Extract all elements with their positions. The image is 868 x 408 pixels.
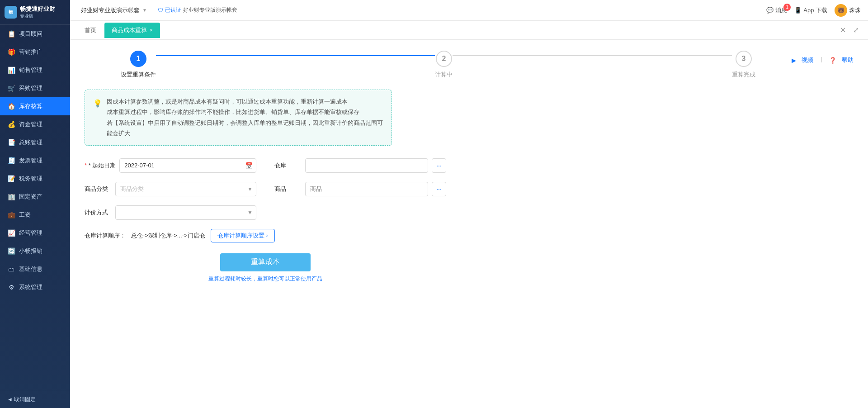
sidebar-item-marketing[interactable]: 🎁 营销推广 bbox=[0, 43, 70, 61]
warehouse-field: 仓库 ··· bbox=[274, 158, 446, 173]
sidebar-item-payroll[interactable]: 💼 工资 bbox=[0, 206, 70, 224]
user-profile[interactable]: 🐻 珠珠 bbox=[835, 4, 861, 17]
step-1: 1 设置重算条件 bbox=[121, 51, 156, 79]
product-dots-button[interactable]: ··· bbox=[432, 182, 446, 196]
sales-icon: 📊 bbox=[7, 66, 15, 74]
step-2: 2 计算中 bbox=[435, 51, 453, 79]
tab-cost-recalc[interactable]: 商品成本重算 × bbox=[104, 23, 160, 38]
accounting-icon: 📑 bbox=[7, 138, 15, 147]
sidebar-item-assets[interactable]: 🏢 固定资产 bbox=[0, 188, 70, 206]
product-input[interactable] bbox=[305, 182, 428, 196]
app-download-button[interactable]: 📱 App 下载 bbox=[794, 6, 827, 14]
warehouse-input[interactable] bbox=[305, 158, 428, 173]
step-connector-2-3 bbox=[453, 55, 731, 56]
invoice-icon: 🧾 bbox=[7, 157, 15, 165]
system-icon: ⚙ bbox=[7, 283, 15, 291]
sidebar-item-base[interactable]: 🗃 基础信息 bbox=[0, 260, 70, 278]
phone-icon: 📱 bbox=[794, 7, 802, 14]
calc-section: 重算成本 重算过程耗时较长，重算时您可以正常使用产品 bbox=[85, 253, 446, 283]
sidebar-item-inventory[interactable]: 🏠 库存核算 bbox=[0, 97, 70, 115]
tax-icon: 📝 bbox=[7, 175, 15, 183]
product-label: 商品 bbox=[274, 185, 302, 193]
divider: | bbox=[821, 56, 822, 62]
message-icon: 💬 bbox=[766, 7, 774, 14]
warehouse-order-settings-button[interactable]: 仓库计算顺序设置 › bbox=[211, 229, 275, 242]
warehouse-order-label: 仓库计算顺序： bbox=[85, 232, 126, 240]
messages-badge: 1 bbox=[783, 4, 791, 11]
step-2-label: 计算中 bbox=[435, 71, 453, 79]
warehouse-order-row: 仓库计算顺序： 总仓->深圳仓库->...->门店仓 仓库计算顺序设置 › bbox=[85, 229, 446, 242]
category-select-wrapper: 商品分类 ▼ bbox=[115, 182, 256, 196]
app-logo: 畅 bbox=[5, 6, 17, 19]
topbar-right: 💬 消息 1 📱 App 下载 🐻 珠珠 bbox=[766, 4, 861, 17]
inventory-icon: 🏠 bbox=[7, 102, 15, 110]
sidebar-item-expense[interactable]: 🔄 小畅报销 bbox=[0, 242, 70, 260]
notice-text: 因成本计算参数调整，或是对商品成本有疑问时，可以通过成本重算功能，重新计算一遍成… bbox=[107, 96, 383, 139]
main-area: 好业财专业版演示帐套 ▼ 🛡 已认证 好业财专业版演示帐套 💬 消息 1 📱 A… bbox=[70, 0, 868, 408]
marketing-icon: 🎁 bbox=[7, 48, 15, 56]
start-date-input[interactable] bbox=[119, 158, 256, 173]
pricing-label: 计价方式 bbox=[85, 209, 112, 217]
sidebar-item-tax[interactable]: 📝 税务管理 bbox=[0, 170, 70, 188]
step-1-label: 设置重算条件 bbox=[121, 71, 156, 79]
pricing-select[interactable] bbox=[115, 205, 256, 220]
help-button[interactable]: ❓ 帮助 bbox=[829, 54, 854, 64]
app-title: 畅捷通好业财 专业版 bbox=[20, 5, 55, 19]
video-button[interactable]: ▶ 视频 bbox=[792, 54, 813, 64]
category-select[interactable]: 商品分类 bbox=[115, 182, 256, 196]
sidebar: 畅 畅捷通好业财 专业版 📋 项目顾问 🎁 营销推广 📊 销售管理 🛒 采购管理… bbox=[0, 0, 70, 408]
tab-home[interactable]: 首页 bbox=[77, 23, 104, 38]
finance-icon: 💰 bbox=[7, 120, 15, 128]
warehouse-dots-button[interactable]: ··· bbox=[432, 158, 446, 173]
step-3: 3 重算完成 bbox=[732, 51, 755, 79]
account-chevron-icon: ▼ bbox=[142, 8, 147, 13]
start-date-label: * 起始日期 bbox=[85, 161, 116, 170]
product-input-group: ··· bbox=[305, 182, 446, 196]
step-3-circle: 3 bbox=[736, 51, 752, 67]
operations-icon: 📈 bbox=[7, 229, 15, 237]
notice-icon: 💡 bbox=[93, 97, 102, 139]
sidebar-item-purchase[interactable]: 🛒 采购管理 bbox=[0, 79, 70, 97]
close-window-icon[interactable]: ✕ bbox=[838, 25, 848, 35]
recalculate-button[interactable]: 重算成本 bbox=[220, 253, 311, 271]
base-icon: 🗃 bbox=[7, 265, 15, 273]
category-field: 商品分类 商品分类 ▼ bbox=[85, 182, 256, 196]
step-3-label: 重算完成 bbox=[732, 71, 755, 79]
topbar-left: 好业财专业版演示帐套 ▼ 🛡 已认证 好业财专业版演示帐套 bbox=[77, 5, 766, 16]
pricing-field: 计价方式 ▼ bbox=[85, 205, 256, 220]
form-row-3: 计价方式 ▼ bbox=[85, 205, 446, 220]
project-icon: 📋 bbox=[7, 30, 15, 38]
sidebar-item-finance[interactable]: 💰 资金管理 bbox=[0, 115, 70, 133]
sidebar-item-sales[interactable]: 📊 销售管理 bbox=[0, 61, 70, 79]
warehouse-input-group: ··· bbox=[305, 158, 446, 173]
start-date-wrapper: 📅 bbox=[119, 158, 256, 173]
warehouse-order-value: 总仓->深圳仓库->...->门店仓 bbox=[131, 232, 205, 240]
account-selector[interactable]: 好业财专业版演示帐套 ▼ bbox=[77, 5, 151, 16]
shield-icon: 🛡 bbox=[158, 7, 163, 14]
assets-icon: 🏢 bbox=[7, 193, 15, 201]
sidebar-item-accounting[interactable]: 📑 总账管理 bbox=[0, 133, 70, 152]
warehouse-label: 仓库 bbox=[274, 161, 302, 170]
form-container: * 起始日期 📅 仓库 ··· 商品分类 bbox=[85, 158, 446, 283]
tabbar: 首页 商品成本重算 × ✕ ⤢ bbox=[70, 21, 868, 40]
tab-close-icon[interactable]: × bbox=[150, 27, 153, 33]
sidebar-item-operations[interactable]: 📈 经营管理 bbox=[0, 224, 70, 242]
sidebar-unpin[interactable]: ◄ 取消固定 bbox=[0, 391, 70, 408]
sidebar-item-project[interactable]: 📋 项目顾问 bbox=[0, 25, 70, 43]
tab-actions: ✕ ⤢ bbox=[838, 25, 861, 35]
expand-icon[interactable]: ⤢ bbox=[851, 25, 861, 35]
messages-button[interactable]: 💬 消息 1 bbox=[766, 6, 787, 14]
sidebar-item-invoice[interactable]: 🧾 发票管理 bbox=[0, 152, 70, 170]
sidebar-item-system[interactable]: ⚙ 系统管理 bbox=[0, 278, 70, 296]
help-actions: ▶ 视频 | ❓ 帮助 bbox=[792, 51, 854, 64]
step-2-circle: 2 bbox=[436, 51, 452, 67]
form-row-1: * 起始日期 📅 仓库 ··· bbox=[85, 158, 446, 173]
play-icon: ▶ bbox=[792, 57, 796, 64]
purchase-icon: 🛒 bbox=[7, 84, 15, 92]
category-label: 商品分类 bbox=[85, 185, 112, 193]
calc-note: 重算过程耗时较长，重算时您可以正常使用产品 bbox=[208, 275, 322, 283]
verified-badge: 🛡 已认证 好业财专业版演示帐套 bbox=[158, 6, 237, 14]
product-field: 商品 ··· bbox=[274, 182, 446, 196]
step-1-circle: 1 bbox=[130, 51, 146, 67]
calendar-icon[interactable]: 📅 bbox=[245, 162, 253, 169]
